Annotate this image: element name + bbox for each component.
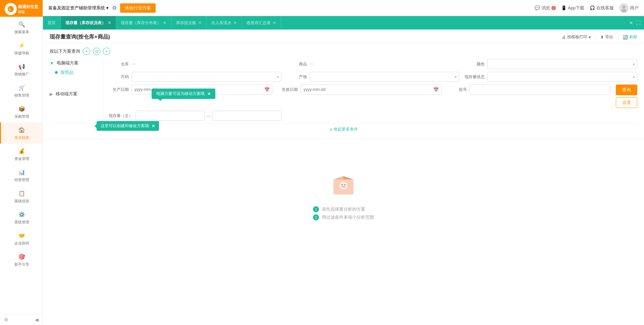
- sidebar-item-marketing[interactable]: 📢 营销推广: [0, 59, 43, 80]
- tab-close-all-icon[interactable]: ✕: [629, 20, 633, 25]
- tab-close-icon[interactable]: ✕: [273, 20, 276, 25]
- tabs-bar: 首页 现存量（库存状况表） ✕ 现存量（库存分布表） ✕ 库存批次账 ✕ 出入库…: [43, 16, 644, 30]
- sidebar-nav: 🔍 搜索菜单 ⚡ 快捷导航 📢 营销推广 🛒 销售管理 📦 采购管理 🏠 库存核…: [0, 17, 43, 314]
- sidebar-item-guide[interactable]: 🎯 新手引导: [0, 249, 43, 270]
- scheme-panel: ▼ 电脑端方案 按照品 这里可以创建和修改方案哦 ✕: [50, 59, 103, 121]
- filter-label: 按以下方案查询: [50, 48, 80, 54]
- system-name-dropdown[interactable]: 装备及固定资产辅助管理系统 ▾: [48, 5, 109, 11]
- filter-origin: 产地: [287, 72, 460, 82]
- filter-header: 按以下方案查询 + ◎ « 电脑方案可设为移动方案哦 ✕: [50, 48, 637, 55]
- stock-main-from[interactable]: [136, 111, 205, 121]
- tab-fullscreen-icon[interactable]: ⛶: [636, 20, 641, 25]
- calendar-icon[interactable]: 📅: [264, 87, 270, 92]
- hint-text-1: 请先选择要分析的方案: [322, 206, 365, 212]
- tabs-right: ✕ ⛶: [626, 20, 644, 25]
- export-label: 导出: [605, 34, 613, 40]
- scheme-desktop-header[interactable]: ▼ 电脑端方案: [50, 59, 99, 67]
- sidebar-item-label: 资金管理: [14, 156, 29, 161]
- tab-home-label: 首页: [48, 20, 56, 26]
- sidebar-item-sales[interactable]: 🛒 销售管理: [0, 80, 43, 101]
- mobile-scheme-label: 移动端方案: [56, 91, 77, 97]
- tab-home[interactable]: 首页: [43, 16, 61, 30]
- size-select[interactable]: [131, 72, 281, 82]
- tab-inventory-dist[interactable]: 现存量（库存分布表） ✕: [116, 16, 171, 30]
- print-icon: 🖨: [562, 35, 566, 40]
- scheme-mobile-section: ▶ 移动端方案: [50, 90, 99, 98]
- tab-close-icon[interactable]: ✕: [198, 20, 202, 25]
- reset-btn[interactable]: 设置: [616, 97, 637, 108]
- empty-hint-2: 2 用过滤条件来缩小分析范围: [313, 214, 374, 220]
- sidebar-item-label: 搜索菜单: [14, 30, 29, 35]
- system-name: 装备及固定资产辅助管理系统: [48, 5, 105, 11]
- expire-date-input[interactable]: [301, 85, 441, 95]
- tab-close-icon[interactable]: ✕: [108, 20, 111, 25]
- tooltip-close-icon[interactable]: ✕: [152, 124, 155, 128]
- search-menu-icon: 🔍: [18, 20, 26, 28]
- header-left: 装备及固定资产辅助管理系统 ▾ ⚙ 体验行业方案: [48, 3, 156, 13]
- template-print-label: 按模板打印: [567, 34, 587, 40]
- template-print-btn[interactable]: 🖨 按模板打印 ▾: [562, 34, 591, 40]
- tab-in-out-flow[interactable]: 出入库流水 ✕: [207, 16, 242, 30]
- origin-select[interactable]: [310, 72, 460, 82]
- scheme-dot: [55, 71, 58, 74]
- tooltip-close-icon[interactable]: ✕: [207, 92, 211, 96]
- scheme-node-item[interactable]: 按照品: [55, 68, 99, 76]
- expire-date-wrap: 📅: [301, 85, 441, 95]
- collapse-sidebar-icon[interactable]: ◀: [35, 317, 39, 322]
- calendar-icon[interactable]: 📅: [433, 87, 439, 92]
- desktop-arrow-icon: ▼: [50, 61, 54, 66]
- page-header: 现存量查询(按仓库+商品) 🖨 按模板打印 ▾ ⬆ 导出 🔄 刷新: [43, 30, 644, 44]
- refresh-btn[interactable]: 🔄 刷新: [623, 34, 637, 40]
- settings-icon[interactable]: ⚙: [4, 317, 8, 322]
- sidebar-item-system[interactable]: ⚙️ 系统管理: [0, 207, 43, 228]
- service-item[interactable]: 🎧 在线客服: [590, 5, 614, 11]
- filter-color: 颜色: [465, 59, 637, 69]
- logo-title: 畅通好生意: [18, 4, 38, 10]
- sidebar-item-finance[interactable]: 💰 资金管理: [0, 144, 43, 165]
- message-item[interactable]: 💬 消息 6: [535, 5, 556, 11]
- filter-stock-main: 现存量（主） —: [109, 111, 281, 121]
- tab-close-icon[interactable]: ✕: [163, 20, 166, 25]
- color-select[interactable]: [487, 59, 637, 69]
- goods-dots[interactable]: ···: [310, 61, 314, 67]
- filter-refresh-btn[interactable]: «: [103, 48, 110, 55]
- scheme-mobile-header[interactable]: ▶ 移动端方案: [50, 90, 99, 98]
- message-icon: 💬: [535, 5, 540, 10]
- tab-batch-account[interactable]: 库存批次账 ✕: [171, 16, 207, 30]
- hint-icon-1: 1: [313, 206, 319, 212]
- user-item[interactable]: 用户: [619, 3, 639, 13]
- filter-edit-btn[interactable]: ◎: [93, 48, 100, 55]
- operations-icon: 📊: [18, 168, 26, 176]
- app-download-item[interactable]: 📱 App下载: [561, 5, 584, 11]
- sidebar-item-quick-nav[interactable]: ⚡ 快捷导航: [0, 38, 43, 59]
- desktop-scheme-label: 电脑端方案: [57, 60, 78, 66]
- sidebar-footer: ⚙ ◀: [0, 314, 43, 325]
- sidebar-item-purchase[interactable]: 📦 采购管理: [0, 101, 43, 122]
- sidebar-item-inventory[interactable]: 🏠 库存核算: [0, 122, 43, 144]
- filter-add-btn[interactable]: +: [83, 48, 90, 55]
- svg-point-7: [341, 184, 343, 185]
- system-icon: ⚙️: [18, 210, 26, 218]
- sidebar-item-search-menu[interactable]: 🔍 搜索菜单: [0, 17, 43, 38]
- search-btn[interactable]: 查询: [616, 85, 637, 95]
- sidebar-item-basic[interactable]: 📋 基础信息: [0, 186, 43, 207]
- sidebar-item-label: 企业协同: [14, 241, 29, 246]
- divider: [595, 35, 596, 40]
- export-btn[interactable]: ⬆ 导出: [600, 34, 613, 40]
- industry-btn[interactable]: 体验行业方案: [120, 3, 156, 13]
- sidebar-item-enterprise[interactable]: 🤝 企业协同: [0, 228, 43, 249]
- size-label: 尺码: [109, 74, 129, 80]
- warehouse-dots[interactable]: ···: [131, 61, 136, 67]
- stock-main-to[interactable]: [212, 111, 281, 121]
- action-buttons: 查询 设置: [616, 85, 637, 108]
- stock-status-select[interactable]: [487, 72, 637, 82]
- tab-collect-dispatch[interactable]: 收发存汇总表 ✕: [242, 16, 281, 30]
- batch-no-input[interactable]: [470, 85, 610, 95]
- sidebar-item-operations[interactable]: 📊 经营管理: [0, 165, 43, 186]
- filter-row-1: 仓库 ··· 商品 ··· 颜色: [109, 59, 637, 69]
- tab-inventory-status[interactable]: 现存量（库存状况表） ✕: [61, 16, 116, 30]
- tab-close-icon[interactable]: ✕: [233, 20, 237, 25]
- header-settings-icon[interactable]: ⚙: [112, 5, 117, 11]
- sidebar-item-label: 系统管理: [14, 220, 29, 225]
- filter-body: ▼ 电脑端方案 按照品 这里可以创建和修改方案哦 ✕: [50, 59, 637, 121]
